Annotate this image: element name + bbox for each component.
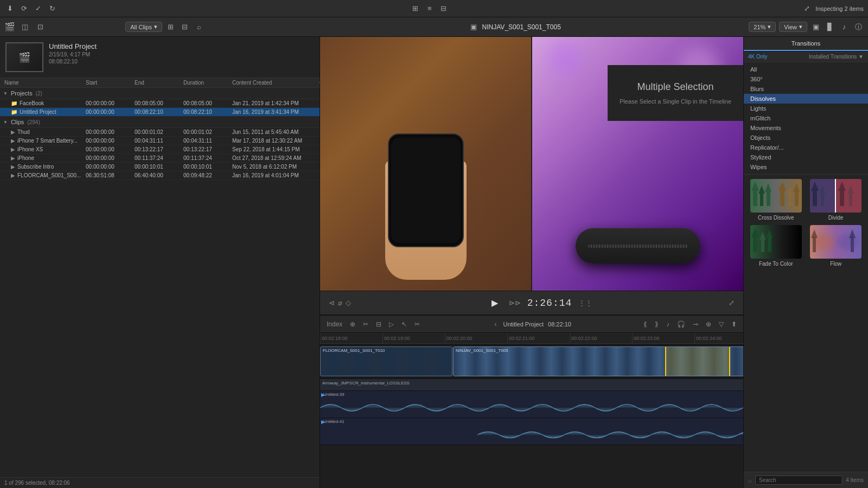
grid-view-icon[interactable]: ⊞ bbox=[410, 3, 421, 14]
trans-divide[interactable]: Divide bbox=[808, 179, 864, 221]
play-button[interactable]: ▶ bbox=[487, 296, 502, 311]
panel-view-icon[interactable]: ⊟ bbox=[438, 3, 449, 14]
4k-only-filter[interactable]: 4K Only bbox=[748, 54, 768, 60]
tl-zoom-icon[interactable]: ⊕ bbox=[704, 319, 713, 329]
projects-section-header[interactable]: ▼ Projects (2) bbox=[0, 88, 320, 99]
expand-preview-icon[interactable]: ⤢ bbox=[729, 299, 735, 307]
grid-btn[interactable]: ⊞ bbox=[165, 22, 176, 33]
app-icon[interactable]: 🎬 bbox=[4, 22, 15, 33]
refresh-icon[interactable]: ↻ bbox=[47, 3, 58, 14]
trans-cat-lights[interactable]: Lights bbox=[744, 104, 868, 113]
search-btn[interactable]: ⌕ bbox=[194, 22, 205, 33]
project-duration-text: 08:08:22:10 bbox=[49, 59, 97, 65]
share-icon[interactable]: ⟳ bbox=[18, 3, 29, 14]
zoom-button[interactable]: 21% ▾ bbox=[749, 22, 776, 32]
waveform-svg-2 bbox=[477, 426, 743, 445]
table-row[interactable]: 📁 Untitled Project 00:00:00:00 00:08:22:… bbox=[0, 108, 320, 117]
validate-icon[interactable]: ✓ bbox=[33, 3, 43, 14]
video-clip-ninjav1[interactable]: NINJAV_S001_S001_T005 bbox=[453, 346, 743, 376]
tl-redo-icon[interactable]: ⟫ bbox=[653, 319, 661, 329]
tl-tool-4[interactable]: ▷ bbox=[387, 319, 396, 329]
video-track[interactable]: FLOORCAM_S001_S001_T010 NINJAV_S001_S001… bbox=[320, 344, 743, 379]
skip-icon[interactable]: ⊳⊳ bbox=[509, 299, 521, 307]
sub-audio-label-39: Untitled-39 bbox=[323, 392, 344, 397]
table-header: Name Start End Duration Content Created … bbox=[0, 78, 320, 88]
tl-audio-icon[interactable]: ♪ bbox=[664, 319, 672, 329]
tl-headphone-icon[interactable]: 🎧 bbox=[675, 319, 687, 329]
project-icon: 📁 bbox=[11, 109, 17, 115]
browser-icon[interactable]: ⊡ bbox=[35, 22, 46, 33]
tl-export-icon[interactable]: ⬆ bbox=[729, 319, 739, 329]
filter-btn[interactable]: ⊟ bbox=[180, 22, 190, 33]
transitions-categories: All 360° Blurs Dissolves Lights mGlitch … bbox=[744, 62, 868, 175]
toolbar-right: ⤢ Inspecting 2 items bbox=[801, 3, 864, 14]
expand-icon[interactable]: ⤢ bbox=[801, 3, 812, 14]
video-clip-floorcam[interactable]: FLOORCAM_S001_S001_T010 bbox=[320, 346, 452, 376]
sub-audio-track-41: Untitled-41 ▶ bbox=[320, 418, 743, 445]
tl-cursor-icon[interactable]: ↖ bbox=[399, 319, 409, 329]
svg-rect-3 bbox=[760, 192, 763, 206]
trans-flow-svg bbox=[810, 225, 861, 259]
trans-flow[interactable]: Flow bbox=[808, 225, 864, 267]
table-row[interactable]: 📁 FaceBook 00:00:00:00 00:08:05:00 00:08… bbox=[0, 99, 320, 108]
monitor-icon[interactable]: ▣ bbox=[810, 22, 821, 33]
trans-cross-dissolve[interactable]: Cross Dissolve bbox=[748, 179, 804, 221]
index-button[interactable]: Index bbox=[324, 319, 344, 329]
tl-snapping-icon[interactable]: ⊸ bbox=[691, 319, 700, 329]
project-date-text: 2/15/19, 4:17 PM bbox=[49, 52, 97, 57]
ruler-mark: 00:02:20:00 bbox=[445, 333, 473, 343]
trans-cat-movements[interactable]: Movements bbox=[744, 123, 868, 133]
import-icon[interactable]: ⬇ bbox=[4, 3, 15, 14]
audio-on-icon[interactable]: ♪ bbox=[839, 22, 850, 33]
table-row[interactable]: ▶ iPhone XS 00:00:00:00 00:13:22:17 00:1… bbox=[0, 145, 320, 154]
installed-transitions-label[interactable]: Installed Transitions ▼ bbox=[809, 54, 864, 60]
view-button[interactable]: View ▾ bbox=[779, 22, 807, 32]
library-icon[interactable]: ◫ bbox=[20, 22, 30, 33]
frame-back-icon[interactable]: ⊲ bbox=[329, 299, 335, 307]
trans-cat-blurs[interactable]: Blurs bbox=[744, 84, 868, 94]
tl-undo-icon[interactable]: ⟪ bbox=[641, 319, 649, 329]
tl-back-icon[interactable]: ‹ bbox=[492, 319, 499, 329]
tl-tool-1[interactable]: ⊕ bbox=[348, 319, 358, 329]
tl-tool-2[interactable]: ✂ bbox=[361, 319, 371, 329]
timeline-project-name: Untitled Project bbox=[503, 321, 544, 328]
tl-tool-3[interactable]: ⊟ bbox=[374, 319, 384, 329]
preview-area bbox=[320, 37, 743, 291]
project-title-text: Untitled Project bbox=[49, 42, 97, 50]
clip-marker-icon[interactable]: ◇ bbox=[346, 299, 351, 307]
tl-mixdown-icon[interactable]: ▽ bbox=[717, 319, 726, 329]
folder-icon: 📁 bbox=[11, 100, 17, 106]
trans-cat-objects[interactable]: Objects bbox=[744, 133, 868, 143]
trans-cat-all[interactable]: All bbox=[744, 65, 868, 74]
all-clips-button[interactable]: All Clips ▾ bbox=[125, 22, 162, 32]
trans-cat-dissolves[interactable]: Dissolves bbox=[744, 94, 868, 104]
timeline-toolbar-left: Index ⊕ ✂ ⊟ ▷ ↖ ✂ bbox=[324, 319, 422, 329]
clips-section-header[interactable]: ▼ Clips (294) bbox=[0, 117, 320, 128]
ruler-mark: 00:02:19:00 bbox=[382, 333, 410, 343]
tl-blade-icon[interactable]: ✂ bbox=[412, 319, 422, 329]
name-cell: ▶ Thud bbox=[2, 129, 84, 135]
transitions-tab[interactable]: Transitions bbox=[744, 37, 868, 51]
trans-cat-replicator[interactable]: Replicator/... bbox=[744, 143, 868, 152]
preview-left[interactable] bbox=[320, 37, 531, 291]
table-row[interactable]: ▶ FLOORCAM_S001_S00... 06:30:51:08 06:40… bbox=[0, 171, 320, 180]
audio-scope-icon[interactable]: ⋮⋮ bbox=[578, 299, 592, 307]
table-row[interactable]: ▶ Subscribe Intro 00:00:00:00 00:00:10:0… bbox=[0, 163, 320, 171]
audio-meter-icon[interactable]: ▊ bbox=[825, 22, 835, 33]
trans-cat-stylized[interactable]: Stylized bbox=[744, 152, 868, 162]
trans-fade-to-color[interactable]: Fade To Color bbox=[748, 225, 804, 267]
collapse-triangle: ▼ bbox=[3, 91, 8, 96]
transform-icon[interactable]: ⌀ bbox=[338, 299, 342, 307]
trans-cat-wipes[interactable]: Wipes bbox=[744, 162, 868, 172]
trans-cat-mglitch[interactable]: mGlitch bbox=[744, 113, 868, 123]
project-info: Untitled Project 2/15/19, 4:17 PM 08:08:… bbox=[49, 42, 97, 65]
trans-cat-360[interactable]: 360° bbox=[744, 74, 868, 84]
table-row[interactable]: ▶ iPhone 00:00:00:00 00:11:37:24 00:11:3… bbox=[0, 154, 320, 163]
preview-right[interactable] bbox=[531, 37, 743, 291]
info-icon[interactable]: ⓘ bbox=[853, 22, 864, 33]
table-row[interactable]: ▶ Thud 00:00:00:00 00:00:01:02 00:00:01:… bbox=[0, 128, 320, 137]
project-thumbnail[interactable]: 🎬 bbox=[5, 42, 43, 72]
table-row[interactable]: ▶ iPhone 7 Smart Battery... 00:00:00:00 … bbox=[0, 137, 320, 145]
list-view-icon[interactable]: ≡ bbox=[424, 3, 435, 14]
transitions-search-input[interactable] bbox=[755, 476, 843, 485]
